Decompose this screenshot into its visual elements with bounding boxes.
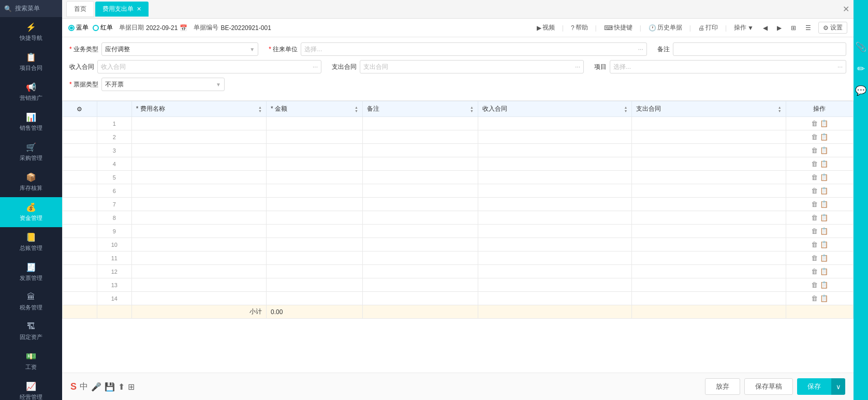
delete-icon-12[interactable]: 🗑 (811, 268, 818, 275)
cell-remark-10[interactable] (362, 238, 478, 251)
cell-income-1[interactable] (478, 117, 631, 130)
delete-icon-8[interactable]: 🗑 (811, 214, 818, 221)
sidebar-item-fund[interactable]: 💰资金管理 (0, 197, 62, 227)
copy-icon-11[interactable]: 📋 (820, 254, 828, 262)
delete-icon-4[interactable]: 🗑 (811, 160, 818, 168)
project-input[interactable]: 选择... ··· (610, 60, 846, 73)
cell-name-11[interactable] (131, 251, 266, 265)
btn-video[interactable]: ▶ 视频 (535, 22, 557, 33)
cell-amount-9[interactable] (267, 225, 363, 238)
delete-icon-14[interactable]: 🗑 (811, 294, 818, 302)
copy-icon-12[interactable]: 📋 (820, 268, 828, 275)
cell-check-4[interactable] (63, 157, 97, 171)
cell-expense-14[interactable] (632, 292, 786, 305)
sidebar-item-salary[interactable]: 💵工资 (0, 346, 62, 376)
discard-button[interactable]: 放弃 (705, 378, 740, 395)
delete-icon-13[interactable]: 🗑 (811, 281, 818, 289)
cell-check-7[interactable] (63, 198, 97, 211)
cell-check-5[interactable] (63, 171, 97, 184)
btn-nav-right[interactable]: ▶ (775, 23, 784, 33)
delete-icon-1[interactable]: 🗑 (811, 120, 818, 127)
radio-blue[interactable]: 蓝单 (68, 23, 89, 32)
project-more-icon[interactable]: ··· (837, 63, 843, 70)
cell-name-3[interactable] (131, 144, 266, 157)
delete-icon-10[interactable]: 🗑 (811, 241, 818, 248)
sidebar-item-fixed-assets[interactable]: 🏗固定资产 (0, 317, 62, 346)
sidebar-item-inventory[interactable]: 📦库存核算 (0, 167, 62, 197)
delete-icon-3[interactable]: 🗑 (811, 146, 818, 154)
th-settings[interactable]: ⚙ (63, 101, 97, 117)
cell-check-11[interactable] (63, 251, 97, 265)
radio-red[interactable]: 红单 (93, 23, 113, 32)
cell-remark-13[interactable] (362, 278, 478, 292)
cell-remark-5[interactable] (362, 171, 478, 184)
right-strip-icon-2[interactable]: ✏ (857, 63, 865, 75)
tab-close-icon[interactable]: ✕ (137, 6, 141, 12)
cell-amount-14[interactable] (267, 292, 363, 305)
copy-icon-4[interactable]: 📋 (820, 160, 828, 168)
cell-name-14[interactable] (131, 292, 266, 305)
sidebar-item-sales[interactable]: 📊销售管理 (0, 107, 62, 137)
btn-shortcut[interactable]: ⌨ 快捷键 (602, 22, 635, 33)
cell-amount-3[interactable] (267, 144, 363, 157)
footer-save2-icon[interactable]: 💾 (105, 382, 115, 392)
cell-remark-6[interactable] (362, 184, 478, 198)
sidebar-item-project-contract[interactable]: 📋项目合同 (0, 47, 62, 77)
cell-remark-9[interactable] (362, 225, 478, 238)
sidebar-search[interactable]: 🔍 搜索菜单 (0, 0, 62, 17)
cell-amount-2[interactable] (267, 130, 363, 144)
cell-expense-1[interactable] (632, 117, 786, 130)
cell-amount-13[interactable] (267, 278, 363, 292)
sidebar-item-procurement[interactable]: 🛒采购管理 (0, 137, 62, 167)
cell-income-6[interactable] (478, 184, 631, 198)
income-contract-input[interactable]: 收入合同 ··· (97, 60, 321, 73)
window-close-btn[interactable]: ✕ (843, 4, 849, 14)
cell-income-8[interactable] (478, 211, 631, 225)
cell-name-6[interactable] (131, 184, 266, 198)
cell-remark-7[interactable] (362, 198, 478, 211)
cell-amount-1[interactable] (267, 117, 363, 130)
cell-name-2[interactable] (131, 130, 266, 144)
delete-icon-6[interactable]: 🗑 (811, 187, 818, 195)
cell-income-13[interactable] (478, 278, 631, 292)
cell-expense-13[interactable] (632, 278, 786, 292)
cell-name-13[interactable] (131, 278, 266, 292)
delete-icon-7[interactable]: 🗑 (811, 200, 818, 208)
partner-input[interactable]: 选择... ··· (301, 42, 646, 56)
tab-expense[interactable]: 费用支出单 ✕ (95, 2, 149, 17)
tab-home[interactable]: 首页 (66, 1, 94, 17)
delete-icon-5[interactable]: 🗑 (811, 173, 818, 181)
cell-name-4[interactable] (131, 157, 266, 171)
copy-icon-2[interactable]: 📋 (820, 133, 828, 141)
cell-amount-6[interactable] (267, 184, 363, 198)
delete-icon-9[interactable]: 🗑 (811, 227, 818, 235)
cell-expense-10[interactable] (632, 238, 786, 251)
cell-check-12[interactable] (63, 265, 97, 278)
cell-check-1[interactable] (63, 117, 97, 130)
cell-name-5[interactable] (131, 171, 266, 184)
business-type-input[interactable]: 应付调整 ▼ (101, 42, 258, 56)
cell-name-10[interactable] (131, 238, 266, 251)
sidebar-item-marketing[interactable]: 📢营销推广 (0, 77, 62, 107)
income-contract-more-icon[interactable]: ··· (313, 63, 318, 70)
cell-name-12[interactable] (131, 265, 266, 278)
cell-check-6[interactable] (63, 184, 97, 198)
expense-contract-more-icon[interactable]: ··· (575, 63, 580, 70)
cell-remark-8[interactable] (362, 211, 478, 225)
btn-nav-left[interactable]: ◀ (761, 23, 770, 33)
settings-button[interactable]: ⚙ 设置 (818, 22, 847, 34)
copy-icon-8[interactable]: 📋 (820, 214, 828, 221)
cell-check-8[interactable] (63, 211, 97, 225)
footer-mic-icon[interactable]: 🎤 (91, 382, 101, 392)
cell-name-7[interactable] (131, 198, 266, 211)
cell-income-4[interactable] (478, 157, 631, 171)
copy-icon-13[interactable]: 📋 (820, 281, 828, 289)
cell-amount-12[interactable] (267, 265, 363, 278)
copy-icon-6[interactable]: 📋 (820, 187, 828, 195)
cell-remark-14[interactable] (362, 292, 478, 305)
cell-income-9[interactable] (478, 225, 631, 238)
right-strip-icon-3[interactable]: 💬 (855, 85, 866, 96)
cell-remark-4[interactable] (362, 157, 478, 171)
cell-check-3[interactable] (63, 144, 97, 157)
copy-icon-9[interactable]: 📋 (820, 227, 828, 235)
